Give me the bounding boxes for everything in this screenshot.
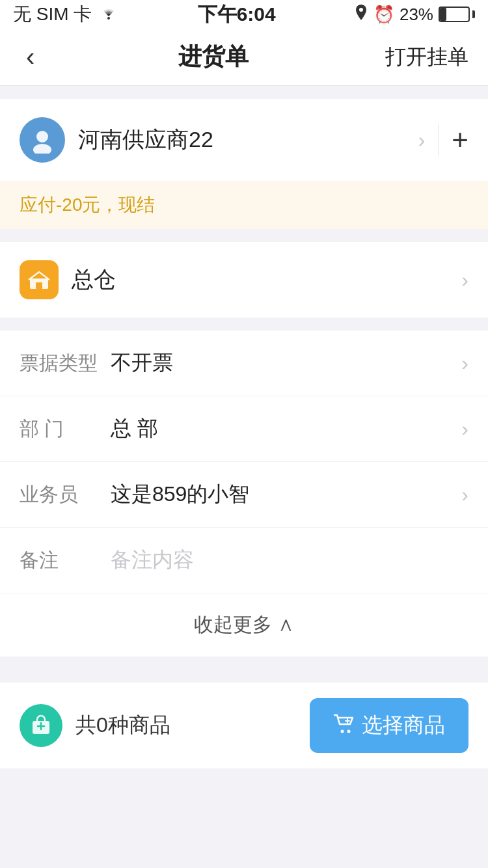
warehouse-chevron-icon: › (461, 268, 468, 292)
supplier-name: 河南供应商22 (78, 125, 418, 155)
open-pending-button[interactable]: 打开挂单 (385, 43, 468, 72)
collapse-bar[interactable]: 收起更多 ∧ (0, 593, 488, 657)
cart-icon (333, 714, 355, 738)
supplier-chevron-icon: › (418, 128, 426, 152)
salesperson-row[interactable]: 业务员 这是859的小智 › (0, 461, 488, 527)
status-left: 无 SIM 卡 (13, 2, 119, 27)
salesperson-value: 这是859的小智 (98, 480, 461, 509)
back-button[interactable]: ‹ (20, 36, 41, 78)
salesperson-chevron: › (461, 483, 468, 507)
mid-divider (0, 229, 488, 242)
salesperson-label: 业务员 (20, 481, 98, 508)
svg-point-3 (33, 144, 51, 154)
department-chevron: › (461, 417, 468, 441)
divider2 (0, 318, 488, 331)
top-divider (0, 86, 488, 99)
remark-input[interactable]: 备注内容 (98, 546, 468, 575)
department-value: 总 部 (98, 414, 461, 443)
svg-rect-5 (36, 282, 42, 289)
remark-row[interactable]: 备注 备注内容 (0, 527, 488, 593)
status-right: ⏰ 23% (354, 3, 475, 26)
svg-point-2 (36, 131, 48, 142)
fields-section: 票据类型 不开票 › 部 门 总 部 › 业务员 这是859的小智 › 备注 备… (0, 331, 488, 657)
product-icon-wrap (20, 704, 62, 747)
select-product-label: 选择商品 (362, 711, 445, 740)
svg-point-0 (107, 17, 110, 20)
add-supplier-button[interactable]: + (452, 124, 468, 156)
ticket-type-value: 不开票 (98, 349, 461, 377)
warehouse-row[interactable]: 总仓 › (0, 242, 488, 318)
warehouse-name: 总仓 (72, 265, 461, 295)
supplier-section: 河南供应商22 › + (0, 99, 488, 181)
ticket-type-label: 票据类型 (20, 350, 98, 377)
product-bar: 共0种商品 选择商品 (0, 670, 488, 768)
svg-point-7 (341, 729, 344, 733)
bottom-divider (0, 657, 488, 670)
warehouse-icon-wrap (20, 260, 59, 299)
nav-bar: ‹ 进货单 打开挂单 (0, 29, 488, 86)
supplier-row[interactable]: 河南供应商22 › + (0, 99, 488, 181)
ticket-type-chevron: › (461, 351, 468, 375)
page-title: 进货单 (178, 41, 249, 73)
status-bar: 无 SIM 卡 下午6:04 ⏰ 23% (0, 0, 488, 29)
notice-bar: 应付-20元，现结 (0, 181, 488, 229)
location-icon (354, 3, 368, 26)
carrier-label: 无 SIM 卡 (13, 2, 92, 27)
supplier-avatar (20, 117, 65, 163)
alarm-icon: ⏰ (373, 5, 394, 25)
select-product-button[interactable]: 选择商品 (310, 698, 468, 753)
wifi-icon (98, 4, 119, 25)
time-display: 下午6:04 (198, 1, 276, 28)
notice-text: 应付-20元，现结 (20, 195, 155, 215)
vertical-divider (438, 124, 439, 156)
collapse-label: 收起更多 ∧ (194, 612, 293, 638)
battery-label: 23% (400, 5, 433, 25)
ticket-type-row[interactable]: 票据类型 不开票 › (0, 331, 488, 396)
department-label: 部 门 (20, 416, 98, 442)
product-count: 共0种商品 (75, 711, 310, 740)
svg-point-1 (359, 8, 363, 12)
svg-point-8 (347, 729, 351, 733)
department-row[interactable]: 部 门 总 部 › (0, 396, 488, 461)
remark-label: 备注 (20, 547, 98, 574)
battery-icon (439, 7, 475, 22)
